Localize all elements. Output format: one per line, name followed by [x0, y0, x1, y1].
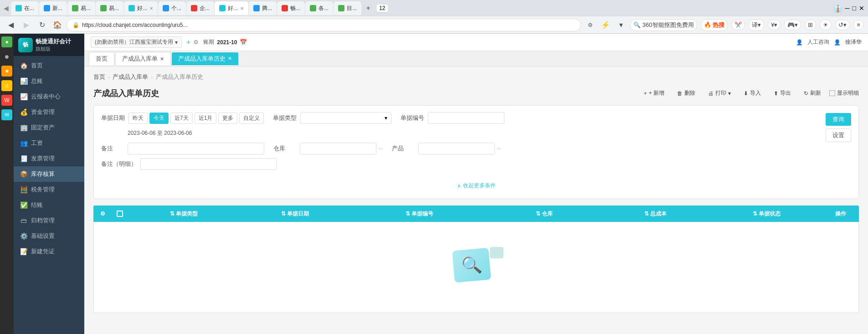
- sun-btn[interactable]: ☀: [820, 20, 832, 30]
- query-button[interactable]: 查询: [826, 113, 851, 126]
- currency-btn[interactable]: ¥▾: [768, 20, 781, 30]
- translate-btn[interactable]: 译▾: [749, 19, 764, 31]
- product-input[interactable]: [418, 143, 495, 154]
- add-icon[interactable]: +: [186, 38, 190, 46]
- maximize-icon[interactable]: □: [853, 5, 856, 12]
- voucher-type-select[interactable]: ▾: [300, 112, 391, 124]
- sidebar-item-home[interactable]: 🏠 首页: [14, 58, 84, 73]
- th-total-cost[interactable]: ⇅ 总成本: [600, 210, 711, 218]
- sidebar-item-general-ledger[interactable]: 📊 总账: [14, 73, 84, 89]
- date-btn-yesterday[interactable]: 昨天: [128, 113, 148, 124]
- browser-tab-9[interactable]: 腾...: [249, 1, 277, 15]
- dropdown-button[interactable]: ▾: [615, 19, 627, 31]
- warehouse-dots-btn[interactable]: ···: [378, 145, 383, 152]
- th-status[interactable]: ⇅ 单据状态: [711, 210, 822, 218]
- hot-search-btn[interactable]: 🔥 热搜: [701, 19, 728, 31]
- date-btn-custom[interactable]: 自定义: [239, 113, 264, 124]
- rail-icon-green[interactable]: ●: [1, 36, 12, 47]
- calendar-icon[interactable]: 📅: [240, 39, 247, 46]
- sidebar-item-fund-management[interactable]: 💰 资金管理: [14, 104, 84, 120]
- tab-counter[interactable]: 12: [377, 5, 387, 12]
- sidebar-item-inventory[interactable]: 📦 库存核算: [14, 166, 84, 182]
- settings-gear-icon[interactable]: ⚙: [193, 39, 199, 46]
- rail-icon-red[interactable]: W: [1, 95, 12, 106]
- sidebar-item-cloud-reports[interactable]: 📈 云报表中心: [14, 89, 84, 104]
- lightning-button[interactable]: ⚡: [599, 19, 612, 31]
- add-tab-button[interactable]: +: [362, 2, 375, 15]
- sidebar-item-payroll[interactable]: 👥 工资: [14, 135, 84, 151]
- close-window-icon[interactable]: ✕: [859, 5, 864, 12]
- sidebar-item-invoice[interactable]: 🧾 发票管理: [14, 151, 84, 166]
- search-btn[interactable]: 🔍 360智能抠图免费用: [630, 19, 697, 31]
- scissors-btn[interactable]: ✂️: [731, 20, 745, 30]
- undo-btn[interactable]: ↺▾: [835, 20, 850, 30]
- browser-tab-7[interactable]: 企...: [186, 1, 214, 15]
- date-btn-more[interactable]: 更多: [218, 113, 237, 124]
- company-selector[interactable]: (勿删勿禁用）江西服宝测试专用 ▾: [91, 36, 182, 48]
- date-btn-7days[interactable]: 近7天: [170, 113, 193, 124]
- settings-query-button[interactable]: 设置: [826, 128, 851, 142]
- th-checkbox[interactable]: [112, 211, 128, 217]
- browser-tab-2[interactable]: 新...: [39, 1, 67, 15]
- delete-button[interactable]: 🗑 删除: [673, 87, 700, 99]
- breadcrumb-home[interactable]: 首页: [93, 73, 105, 81]
- grid-btn[interactable]: ⊞: [805, 20, 816, 30]
- address-bar[interactable]: 🔒 https://cloud.chanjet.com/accounting/u…: [67, 19, 581, 31]
- page-tab-home[interactable]: 首页: [89, 52, 114, 65]
- minimize-icon[interactable]: ─: [845, 5, 850, 12]
- remark-detail-input[interactable]: [140, 158, 277, 170]
- home-button[interactable]: 🏠: [51, 19, 64, 31]
- browser-tab-5[interactable]: 好... ✕: [124, 1, 158, 15]
- forward-button[interactable]: ▶: [20, 19, 33, 31]
- collapse-button[interactable]: ∧ 收起更多条件: [457, 182, 496, 190]
- page-tab-product-history[interactable]: 产成品入库单历史 ✕: [172, 52, 238, 65]
- page-tab-product-list-close[interactable]: ✕: [160, 56, 164, 62]
- browser-tab-3[interactable]: 易...: [67, 1, 95, 15]
- back-button[interactable]: ◀: [5, 19, 17, 31]
- th-voucher-type[interactable]: ⇅ 单据类型: [128, 210, 239, 218]
- product-dots-btn[interactable]: ···: [497, 145, 501, 152]
- header-checkbox[interactable]: [117, 211, 123, 217]
- browser-tab-10[interactable]: 畅...: [277, 1, 305, 15]
- th-voucher-no[interactable]: ⇅ 单据编号: [351, 210, 488, 218]
- voucher-no-input[interactable]: [428, 112, 504, 124]
- user-consult-label[interactable]: 人工咨询: [807, 38, 829, 46]
- browser-tab-12[interactable]: 目...: [334, 1, 361, 15]
- date-btn-today[interactable]: 今天: [149, 113, 169, 124]
- rail-icon-2[interactable]: ●: [1, 51, 12, 62]
- print-button[interactable]: 🖨 打印 ▾: [704, 87, 735, 99]
- th-settings[interactable]: ⚙: [93, 211, 112, 217]
- page-tab-product-history-close[interactable]: ✕: [228, 56, 232, 62]
- breadcrumb-product-list[interactable]: 产成品入库单: [113, 73, 148, 81]
- export-button[interactable]: ⬆ 导出: [769, 87, 796, 99]
- th-voucher-date[interactable]: ⇅ 单据日期: [239, 210, 350, 218]
- sidebar-item-fixed-assets[interactable]: 🏢 固定资产: [14, 120, 84, 135]
- sidebar-item-tax[interactable]: 🧮 税务管理: [14, 182, 84, 197]
- remark-input[interactable]: [128, 143, 264, 154]
- refresh-button[interactable]: ↻: [36, 19, 48, 31]
- sidebar-item-settlement[interactable]: ✅ 结账: [14, 197, 84, 213]
- shirt-icon[interactable]: 👔: [833, 4, 842, 13]
- sidebar-item-new-voucher[interactable]: 📝 新建凭证: [14, 244, 84, 259]
- display-toggle-checkbox[interactable]: [829, 90, 835, 96]
- new-button[interactable]: + + 新增: [639, 87, 669, 99]
- extensions-button[interactable]: ⚙: [584, 19, 596, 31]
- menu-btn[interactable]: ≡: [853, 20, 863, 30]
- refresh-page-button[interactable]: ↻ 刷新: [799, 87, 826, 99]
- sidebar-item-archive[interactable]: 🗃 归档管理: [14, 213, 84, 228]
- page-tab-product-list[interactable]: 产成品入库单 ✕: [115, 52, 171, 65]
- rail-icon-teal[interactable]: ✉: [1, 109, 12, 120]
- browser-tab-4[interactable]: 易...: [96, 1, 123, 15]
- th-warehouse[interactable]: ⇅ 仓库: [488, 210, 600, 218]
- date-btn-1month[interactable]: 近1月: [195, 113, 217, 124]
- browser-tab-1[interactable]: 在...: [11, 1, 39, 15]
- rail-icon-gold[interactable]: ⭐: [1, 80, 12, 91]
- sidebar-item-settings[interactable]: ⚙️ 基础设置: [14, 228, 84, 244]
- browser-tab-11[interactable]: 各...: [305, 1, 333, 15]
- game-btn[interactable]: 🎮▾: [784, 20, 801, 30]
- rail-icon-orange[interactable]: ★: [1, 66, 12, 77]
- import-button[interactable]: ⬇ 导入: [739, 87, 765, 99]
- browser-tab-8[interactable]: 好... ✕: [215, 1, 248, 15]
- warehouse-input[interactable]: [300, 143, 376, 154]
- browser-tab-6[interactable]: 个...: [158, 1, 186, 15]
